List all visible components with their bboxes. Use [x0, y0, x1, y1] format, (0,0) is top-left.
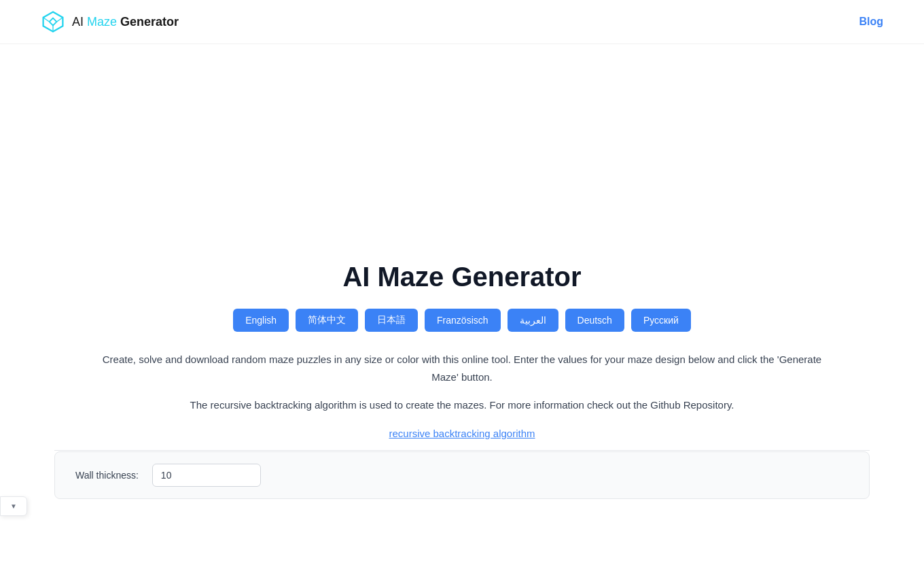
settings-panel: Wall thickness: [54, 451, 870, 499]
logo-link[interactable]: AI Maze Generator [41, 10, 179, 34]
lang-btn-ar[interactable]: العربية [508, 309, 558, 332]
lang-btn-de[interactable]: Deutsch [565, 309, 624, 332]
page-title: AI Maze Generator [342, 262, 581, 292]
lang-btn-en[interactable]: English [233, 309, 289, 332]
dropdown-widget[interactable]: ▼ [0, 496, 27, 516]
main-description: Create, solve and download random maze p… [88, 351, 836, 385]
algo-link[interactable]: recursive backtracking algorithm [389, 428, 535, 439]
blog-nav-link[interactable]: Blog [859, 16, 883, 28]
lang-btn-zh[interactable]: 简体中文 [296, 309, 358, 332]
wall-thickness-label: Wall thickness: [75, 470, 139, 481]
lang-btn-ru[interactable]: Русский [631, 309, 691, 332]
main-content: AI Maze Generator English 简体中文 日本語 Franz… [0, 262, 924, 499]
language-buttons-group: English 简体中文 日本語 Französisch العربية Deu… [233, 309, 691, 332]
chevron-down-icon: ▼ [10, 502, 17, 510]
logo-text: AI Maze Generator [72, 15, 179, 29]
lang-btn-fr[interactable]: Französisch [425, 309, 500, 332]
svg-line-1 [43, 18, 50, 22]
ad-area [0, 44, 924, 262]
logo-icon [41, 10, 65, 34]
algo-description: The recursive backtracking algorithm is … [190, 396, 734, 414]
wall-thickness-input[interactable] [152, 464, 261, 487]
lang-btn-ja[interactable]: 日本語 [365, 309, 418, 332]
divider [54, 450, 870, 451]
svg-line-2 [56, 18, 63, 22]
header: AI Maze Generator Blog [0, 0, 924, 44]
